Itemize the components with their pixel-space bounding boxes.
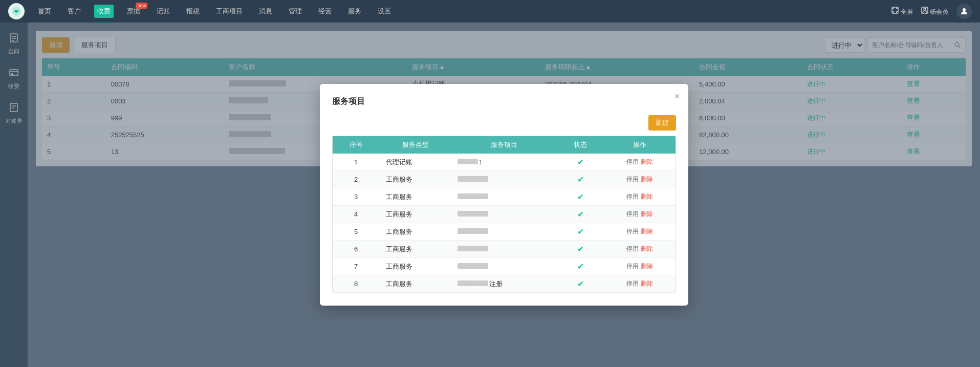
delete-button[interactable]: 删除 (641, 192, 653, 201)
stop-button[interactable]: 停用 (626, 158, 639, 166)
logo (8, 3, 25, 19)
stop-button[interactable]: 停用 (626, 262, 639, 271)
modal-cell-type: 工商服务 (380, 223, 451, 241)
modal-cell-seq: 1 (333, 154, 380, 171)
nav-bookkeeping[interactable]: 记账 (154, 5, 173, 18)
modal-toolbar: 新建 (332, 115, 676, 131)
modal-cell-ops: 停用 删除 (604, 258, 675, 275)
service-item-modal: × 服务项目 新建 序号 服务类型 服务项目 状态 操作 (320, 84, 688, 306)
svg-point-11 (12, 74, 13, 75)
modal-title: 服务项目 (332, 96, 676, 107)
modal-col-type: 服务类型 (380, 136, 451, 154)
main-content: 新增 服务项目 进行中 序号 合同编码 (28, 23, 980, 367)
modal-cell-item (451, 223, 557, 241)
modal-cell-ops: 停用 删除 (604, 241, 675, 258)
nav-business[interactable]: 工商项目 (213, 5, 246, 18)
modal-overlay: × 服务项目 新建 序号 服务类型 服务项目 状态 操作 (28, 23, 980, 367)
svg-point-4 (963, 8, 966, 11)
modal-service-table: 序号 服务类型 服务项目 状态 操作 1 代理记账 1 ✔ 停用 删除 2 工商… (333, 136, 676, 293)
modal-cell-ops: 停用 删除 (604, 188, 675, 206)
nav-settings[interactable]: 设置 (375, 5, 394, 18)
top-navigation: 首页 客户 收费 票据 new 记账 报税 工商项目 消息 管理 经营 服务 设… (0, 0, 980, 23)
modal-cell-status: ✔ (557, 171, 604, 188)
reconcile-icon (9, 102, 19, 115)
nav-message[interactable]: 消息 (256, 5, 275, 18)
modal-cell-item (451, 258, 557, 275)
sidebar-label-contract: 合同 (8, 48, 19, 55)
user-avatar[interactable] (956, 4, 972, 19)
modal-cell-item (451, 171, 557, 188)
nav-tax[interactable]: 报税 (183, 5, 203, 18)
fullscreen-btn[interactable]: 全屏 (891, 7, 912, 16)
modal-cell-status: ✔ (557, 241, 604, 258)
stop-button[interactable]: 停用 (626, 175, 639, 184)
modal-cell-status: ✔ (557, 275, 604, 293)
billing-icon (9, 68, 19, 80)
sidebar-item-billing[interactable]: 收费 (0, 62, 28, 95)
nav-home[interactable]: 首页 (35, 5, 54, 18)
modal-table-row: 8 工商服务 注册 ✔ 停用 删除 (333, 275, 676, 293)
nav-customer[interactable]: 客户 (64, 5, 84, 18)
modal-cell-type: 工商服务 (380, 171, 451, 188)
modal-cell-status: ✔ (557, 223, 604, 241)
modal-table-row: 3 工商服务 ✔ 停用 删除 (333, 188, 676, 206)
stop-button[interactable]: 停用 (626, 245, 639, 253)
stop-button[interactable]: 停用 (626, 210, 639, 219)
stop-button[interactable]: 停用 (626, 192, 639, 201)
modal-cell-seq: 3 (333, 188, 380, 206)
modal-col-status: 状态 (557, 136, 604, 154)
delete-button[interactable]: 删除 (641, 262, 653, 271)
modal-cell-item (451, 206, 557, 223)
nav-operation[interactable]: 经营 (315, 5, 335, 18)
modal-col-seq: 序号 (333, 136, 380, 154)
modal-new-button[interactable]: 新建 (648, 115, 676, 131)
modal-cell-item (451, 241, 557, 258)
nav-service[interactable]: 服务 (345, 5, 364, 18)
modal-table-row: 7 工商服务 ✔ 停用 删除 (333, 258, 676, 275)
svg-point-3 (924, 8, 926, 10)
delete-button[interactable]: 删除 (641, 175, 653, 184)
delete-button[interactable]: 删除 (641, 245, 653, 253)
nav-billing[interactable]: 收费 (94, 5, 114, 18)
modal-cell-seq: 4 (333, 206, 380, 223)
delete-button[interactable]: 删除 (641, 210, 653, 219)
stop-button[interactable]: 停用 (626, 279, 639, 288)
delete-button[interactable]: 删除 (641, 227, 653, 236)
modal-cell-item (451, 188, 557, 206)
modal-table-row: 4 工商服务 ✔ 停用 删除 (333, 206, 676, 223)
modal-close-button[interactable]: × (674, 91, 680, 102)
modal-cell-status: ✔ (557, 154, 604, 171)
modal-cell-seq: 5 (333, 223, 380, 241)
svg-rect-1 (892, 7, 898, 13)
modal-cell-type: 工商服务 (380, 275, 451, 293)
modal-cell-item: 1 (451, 154, 557, 171)
modal-cell-ops: 停用 删除 (604, 206, 675, 223)
modal-cell-type: 工商服务 (380, 188, 451, 206)
modal-cell-ops: 停用 删除 (604, 223, 675, 241)
modal-cell-ops: 停用 删除 (604, 171, 675, 188)
modal-col-item: 服务项目 (451, 136, 557, 154)
nav-invoice[interactable]: 票据 new (124, 5, 143, 18)
modal-table-row: 5 工商服务 ✔ 停用 删除 (333, 223, 676, 241)
modal-cell-type: 代理记账 (380, 154, 451, 171)
delete-button[interactable]: 删除 (641, 279, 653, 288)
sidebar-item-reconcile[interactable]: 对账单 (0, 97, 28, 130)
stop-button[interactable]: 停用 (626, 227, 639, 236)
svg-rect-12 (10, 103, 17, 112)
modal-cell-status: ✔ (557, 258, 604, 275)
modal-cell-type: 工商服务 (380, 241, 451, 258)
modal-col-ops: 操作 (604, 136, 675, 154)
member-btn[interactable]: 畅会员 (921, 7, 948, 16)
modal-cell-seq: 2 (333, 171, 380, 188)
modal-cell-seq: 7 (333, 258, 380, 275)
sidebar-label-billing: 收费 (8, 82, 19, 90)
delete-button[interactable]: 删除 (641, 158, 653, 166)
nav-manage[interactable]: 管理 (286, 5, 305, 18)
sidebar-label-reconcile: 对账单 (6, 117, 23, 125)
modal-table-wrap[interactable]: 序号 服务类型 服务项目 状态 操作 1 代理记账 1 ✔ 停用 删除 2 工商… (332, 136, 676, 293)
modal-table-row: 2 工商服务 ✔ 停用 删除 (333, 171, 676, 188)
svg-rect-9 (10, 70, 18, 76)
sidebar-item-contract[interactable]: 合同 (0, 28, 28, 60)
modal-table-row: 6 工商服务 ✔ 停用 删除 (333, 241, 676, 258)
modal-cell-seq: 6 (333, 241, 380, 258)
